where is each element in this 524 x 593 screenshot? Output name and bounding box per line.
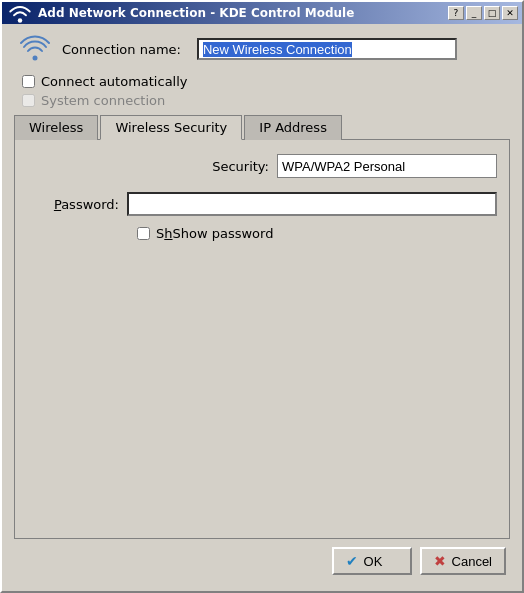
title-bar: Add Network Connection - KDE Control Mod… — [2, 2, 522, 24]
connection-name-label: Connection name: — [62, 42, 181, 57]
show-password-label: ShShow password — [156, 226, 273, 241]
title-bar-left: Add Network Connection - KDE Control Mod… — [8, 1, 354, 25]
help-button[interactable]: ? — [448, 6, 464, 20]
wifi-icon — [20, 34, 50, 64]
connection-name-input[interactable] — [197, 38, 457, 60]
svg-point-0 — [18, 18, 23, 23]
show-password-checkbox[interactable] — [137, 227, 150, 240]
password-row: Password: — [27, 192, 497, 216]
cancel-label: Cancel — [452, 554, 492, 569]
tabs-row: Wireless Wireless Security IP Address — [14, 114, 510, 139]
security-row: Security: None WEP 40/128-bit Hex WEP 40… — [27, 154, 497, 178]
ok-label: OK — [364, 554, 383, 569]
svg-point-1 — [33, 56, 38, 61]
security-dropdown-wrapper: None WEP 40/128-bit Hex WEP 40/128-bit P… — [277, 154, 497, 178]
tab-wireless-security[interactable]: Wireless Security — [100, 115, 242, 140]
minimize-button[interactable]: _ — [466, 6, 482, 20]
ok-button[interactable]: ✔ OK — [332, 547, 412, 575]
tab-content: Security: None WEP 40/128-bit Hex WEP 40… — [14, 139, 510, 539]
system-connection-label: System connection — [41, 93, 165, 108]
tabs-section: Wireless Wireless Security IP Address Se… — [14, 114, 510, 539]
security-label: Security: — [212, 159, 269, 174]
tab-ip-address[interactable]: IP Address — [244, 115, 342, 140]
close-button[interactable]: ✕ — [502, 6, 518, 20]
system-connection-checkbox[interactable] — [22, 94, 35, 107]
connect-automatically-checkbox[interactable] — [22, 75, 35, 88]
checkboxes-area: Connect automatically System connection — [22, 74, 510, 112]
connect-automatically-label: Connect automatically — [41, 74, 188, 89]
system-connection-row: System connection — [22, 93, 510, 108]
bottom-buttons: ✔ OK ✖ Cancel — [14, 539, 510, 579]
title-bar-buttons: ? _ □ ✕ — [448, 6, 518, 20]
cancel-button[interactable]: ✖ Cancel — [420, 547, 506, 575]
window-content: Connection name: Connect automatically S… — [2, 24, 522, 591]
security-dropdown[interactable]: None WEP 40/128-bit Hex WEP 40/128-bit P… — [277, 154, 497, 178]
connect-automatically-row: Connect automatically — [22, 74, 510, 89]
password-label: Password: — [54, 197, 119, 212]
main-window: Add Network Connection - KDE Control Mod… — [0, 0, 524, 593]
password-input[interactable] — [127, 192, 497, 216]
show-password-row: ShShow password — [137, 226, 497, 241]
cancel-icon: ✖ — [434, 553, 446, 569]
ok-icon: ✔ — [346, 553, 358, 569]
maximize-button[interactable]: □ — [484, 6, 500, 20]
connection-name-row: Connection name: — [14, 34, 510, 64]
tab-wireless[interactable]: Wireless — [14, 115, 98, 140]
title-bar-icon — [8, 1, 32, 25]
window-title: Add Network Connection - KDE Control Mod… — [38, 6, 354, 20]
